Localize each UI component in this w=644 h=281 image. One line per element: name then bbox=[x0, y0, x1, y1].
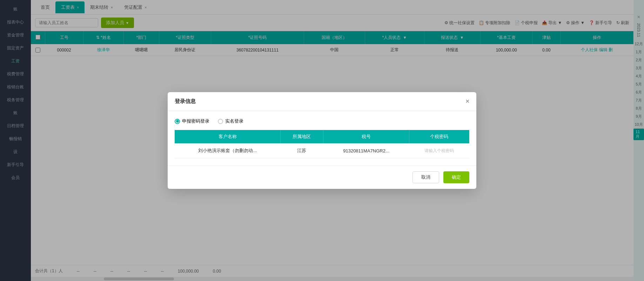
radio-password-circle bbox=[175, 119, 180, 124]
dialog-row-password[interactable]: 请输入个税密码 bbox=[409, 143, 469, 158]
dialog-overlay: 登录信息 × 申报密码登录 实名登录 客户名称 所属地区 bbox=[0, 0, 644, 281]
dialog-data-table: 客户名称 所属地区 税号 个税密码 刘小艳演示账套（勿删勿动... 江苏 913… bbox=[175, 130, 469, 158]
dialog-col-password: 个税密码 bbox=[409, 130, 469, 143]
dialog-body: 申报密码登录 实名登录 客户名称 所属地区 税号 个税密码 bbox=[168, 111, 476, 165]
cancel-button[interactable]: 取消 bbox=[412, 171, 439, 183]
password-placeholder: 请输入个税密码 bbox=[424, 148, 454, 153]
radio-realname-label: 实名登录 bbox=[225, 118, 243, 124]
dialog-col-region: 所属地区 bbox=[281, 130, 323, 143]
dialog-footer: 取消 确定 bbox=[168, 165, 476, 189]
radio-password-label: 申报密码登录 bbox=[182, 118, 209, 124]
dialog-row-name: 刘小艳演示账套（勿删勿动... bbox=[175, 143, 281, 158]
confirm-button[interactable]: 确定 bbox=[443, 171, 469, 183]
dialog-row-tax-id: 91320811MA7NGR2... bbox=[323, 143, 409, 158]
dialog-title: 登录信息 bbox=[175, 98, 196, 105]
login-type-radio-group: 申报密码登录 实名登录 bbox=[175, 118, 469, 124]
dialog-table-row: 刘小艳演示账套（勿删勿动... 江苏 91320811MA7NGR2... 请输… bbox=[175, 143, 469, 158]
dialog-col-name: 客户名称 bbox=[175, 130, 281, 143]
dialog-col-tax-id: 税号 bbox=[323, 130, 409, 143]
radio-password-login[interactable]: 申报密码登录 bbox=[175, 118, 209, 124]
radio-realname-circle bbox=[218, 119, 223, 124]
dialog-header: 登录信息 × bbox=[168, 92, 476, 111]
login-dialog: 登录信息 × 申报密码登录 实名登录 客户名称 所属地区 bbox=[168, 92, 476, 189]
radio-realname-login[interactable]: 实名登录 bbox=[218, 118, 243, 124]
dialog-row-region: 江苏 bbox=[281, 143, 323, 158]
dialog-close-icon[interactable]: × bbox=[465, 98, 469, 105]
